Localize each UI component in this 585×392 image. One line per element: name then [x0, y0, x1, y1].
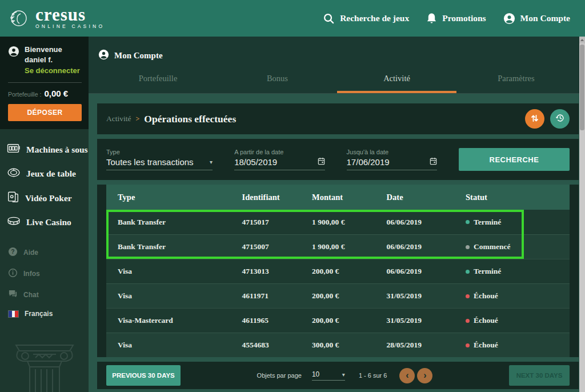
cell-id: 4715017	[242, 218, 312, 227]
nav-account-label: Mon Compte	[520, 13, 570, 23]
account-title: Mon Compte	[114, 51, 163, 61]
menu-label: Vidéo Poker	[25, 193, 72, 203]
table-row[interactable]: Visa 4713013 200,00 € 06/06/2019 Terminé	[106, 259, 570, 283]
divider	[8, 82, 82, 83]
top-header: cresus ONLINE CASINO Recherche de jeux P…	[0, 0, 585, 37]
calendar-icon	[430, 157, 437, 167]
info-icon	[8, 268, 18, 279]
status-dot	[466, 245, 470, 249]
cell-amount: 1 900,00 €	[312, 218, 387, 227]
per-page-label: Objets par page	[257, 372, 302, 379]
cell-id: 4611971	[242, 291, 312, 301]
status-dot	[466, 220, 470, 224]
tab-activite[interactable]: Activité	[337, 74, 456, 93]
cell-date: 06/06/2019	[387, 218, 466, 227]
sidebar-item-live-casino[interactable]: Live Casino	[7, 217, 89, 228]
cell-amount: 300,00 €	[312, 341, 387, 350]
tab-bonus[interactable]: Bonus	[218, 74, 337, 93]
page-next-button[interactable]: ›	[417, 368, 432, 383]
cell-type: Visa	[118, 341, 242, 350]
account-tabs: Portefeuille Bonus Activité Paramètres	[98, 74, 576, 93]
nav-promotions[interactable]: Promotions	[426, 13, 486, 24]
breadcrumb-separator: >	[136, 115, 140, 123]
menu-label: Français	[25, 310, 53, 318]
menu-label: Aide	[23, 249, 38, 257]
table-row[interactable]: Visa-Mastercard 4611965 200,00 € 31/05/2…	[106, 308, 570, 333]
tab-portefeuille[interactable]: Portefeuille	[98, 74, 218, 93]
next-30-days-button[interactable]: NEXT 30 DAYS	[509, 365, 570, 386]
sidebar-item-video-poker[interactable]: Vidéo Poker	[7, 191, 89, 206]
status-badge: Échoué	[474, 316, 498, 325]
status-badge: Terminé	[474, 267, 501, 276]
sidebar-item-jeux-de-table[interactable]: Jeux de table	[7, 167, 89, 180]
scrollbar-thumb[interactable]	[580, 45, 584, 130]
date-to-label: Jusqu'à la date	[347, 149, 437, 155]
breadcrumb: Activité > Opérations effectuées	[106, 113, 236, 125]
sidebar-menu: Machines à sous Jeux de table Vidéo Poke…	[0, 129, 89, 239]
welcome-label: Bienvenue	[25, 45, 80, 55]
col-header-type: Type	[118, 193, 242, 202]
scrollbar[interactable]	[579, 37, 585, 392]
cell-id: 4611965	[242, 316, 312, 325]
scrollbar-up-arrow[interactable]	[579, 37, 585, 43]
history-clock-icon	[555, 113, 565, 125]
date-from-value: 18/05/2019	[234, 157, 277, 167]
transactions-toggle-button[interactable]	[525, 109, 544, 129]
help-icon: ?	[8, 247, 18, 258]
nav-search-games[interactable]: Recherche de jeux	[323, 13, 409, 25]
logo-text: cresus ONLINE CASINO	[35, 7, 105, 29]
menu-label: Jeux de table	[26, 169, 76, 179]
table-row[interactable]: Visa 4554683 300,00 € 28/05/2019 Échoué	[106, 333, 570, 357]
cresus-logo[interactable]: cresus ONLINE CASINO	[7, 6, 105, 30]
cell-amount: 200,00 €	[312, 267, 387, 276]
breadcrumb-section[interactable]: Activité	[106, 114, 131, 123]
wallet-balance: 0,00 €	[44, 89, 68, 98]
sidebar-secondary-menu: ? Aide Infos Chat	[0, 239, 89, 327]
type-filter-label: Type	[106, 149, 213, 155]
wallet-label: Portefeuille :	[8, 91, 41, 98]
history-button[interactable]	[550, 109, 570, 129]
cell-amount: 200,00 €	[312, 291, 387, 301]
table-row[interactable]: Visa 4611971 200,00 € 31/05/2019 Échoué	[106, 283, 570, 308]
sidebar-item-infos[interactable]: Infos	[8, 268, 89, 279]
nav-mon-compte[interactable]: Mon Compte	[503, 13, 570, 25]
cell-date: 31/05/2019	[387, 316, 466, 325]
table-row[interactable]: Bank Transfer 4715017 1 900,00 € 06/06/2…	[106, 210, 570, 234]
sidebar-item-machines-a-sous[interactable]: Machines à sous	[7, 143, 89, 157]
previous-30-days-button[interactable]: PREVIOUS 30 DAYS	[106, 365, 181, 386]
top-navigation: Recherche de jeux Promotions Mon Compte	[323, 13, 570, 25]
roulette-icon	[7, 167, 21, 180]
chevron-down-icon: ▾	[342, 371, 345, 378]
cell-type: Bank Transfer	[118, 218, 242, 227]
table-row[interactable]: Bank Transfer 4715007 1 900,00 € 06/06/2…	[106, 234, 570, 259]
cell-date: 28/05/2019	[387, 341, 466, 350]
bell-icon	[426, 13, 437, 24]
status-dot	[466, 270, 470, 274]
status-dot	[466, 343, 470, 347]
logout-link[interactable]: Se déconnecter	[25, 65, 80, 77]
cell-date: 06/06/2019	[387, 267, 466, 276]
chat-icon	[8, 289, 18, 300]
chevron-down-icon: ▾	[210, 159, 213, 165]
cell-date: 31/05/2019	[387, 291, 466, 301]
page-prev-button[interactable]: ‹	[399, 368, 415, 383]
sidebar-item-chat[interactable]: Chat	[8, 289, 89, 300]
app-window: cresus ONLINE CASINO Recherche de jeux P…	[0, 0, 585, 392]
sidebar-item-aide[interactable]: ? Aide	[8, 247, 89, 258]
date-from-input[interactable]: 18/05/2019	[234, 157, 324, 170]
range-label: 1 - 6 sur 6	[359, 372, 387, 379]
tab-parametres[interactable]: Paramètres	[456, 74, 576, 93]
sidebar-item-francais[interactable]: Français	[8, 310, 89, 318]
cell-id: 4554683	[242, 341, 312, 350]
cell-type: Bank Transfer	[118, 242, 242, 251]
cell-type: Visa	[118, 267, 242, 276]
calendar-icon	[318, 157, 325, 167]
date-to-input[interactable]: 17/06/2019	[347, 157, 437, 170]
col-header-identifiant: Identifiant	[242, 193, 312, 202]
type-filter-select[interactable]: Toutes les transactions ▾	[106, 157, 213, 170]
search-button[interactable]: RECHERCHE	[459, 148, 570, 171]
deposit-button[interactable]: DÉPOSER	[8, 104, 82, 121]
cell-id: 4713013	[242, 267, 312, 276]
nav-promotions-label: Promotions	[442, 13, 486, 23]
per-page-select[interactable]: 10 ▾	[312, 370, 345, 381]
